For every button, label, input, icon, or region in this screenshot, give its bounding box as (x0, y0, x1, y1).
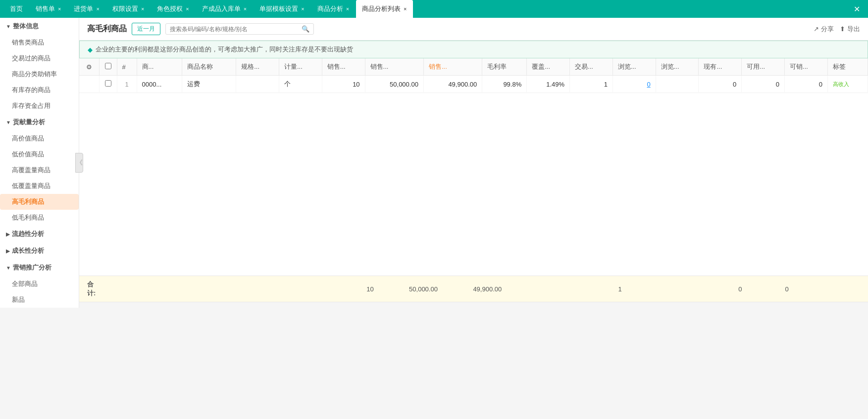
nav-analysis-list[interactable]: 商品分析列表 × (356, 0, 412, 18)
sidebar-item-high-margin[interactable]: 高毛利商品 (0, 194, 79, 210)
nav-purchase-label: 进货单 (74, 4, 93, 13)
search-wrapper: 🔍 (165, 23, 314, 35)
nav-permission[interactable]: 权限设置 × (106, 0, 150, 18)
nav-product-in-label: 产成品入库单 (202, 4, 241, 13)
nav-permission-label: 权限设置 (112, 4, 138, 13)
row-views2 (656, 76, 699, 93)
sidebar-item-stocked-goods[interactable]: 有库存的商品 (0, 82, 79, 98)
sidebar-item-high-value[interactable]: 高价值商品 (0, 131, 79, 146)
footer-sales-qty: 10 (334, 285, 378, 293)
sidebar-group-trend[interactable]: ▶ 流趋性分析 (0, 226, 79, 242)
nav-product-in[interactable]: 产成品入库单 × (196, 0, 253, 18)
sidebar-item-stock-capital[interactable]: 库存资金占用 (0, 98, 79, 114)
nav-purchase[interactable]: 进货单 × (68, 0, 105, 18)
bottom-scrollbar[interactable] (79, 302, 868, 308)
col-gear[interactable]: ⚙ (79, 58, 99, 76)
export-label: 导出 (847, 25, 860, 34)
col-check[interactable] (99, 58, 117, 76)
nav-template-label: 单据模板设置 (259, 4, 298, 13)
col-sales-amount-header[interactable]: 销售... (365, 58, 423, 76)
row-code: 0000... (137, 76, 182, 93)
col-current-stock-header[interactable]: 现有... (699, 58, 742, 76)
info-icon: ◆ (88, 46, 93, 53)
row-gross-margin: 99.8% (482, 76, 527, 93)
sidebar-group-contribution-label: 贡献量分析 (13, 118, 45, 127)
sidebar-item-traded-goods[interactable]: 交易过的商品 (0, 50, 79, 66)
nav-analysis[interactable]: 商品分析 × (311, 0, 355, 18)
nav-analysis-close[interactable]: × (346, 6, 349, 12)
col-spec-header[interactable]: 规格... (236, 58, 279, 76)
sidebar-item-new-goods[interactable]: 新品 (0, 292, 79, 308)
sidebar-group-marketing-label: 营销推广分析 (13, 263, 51, 272)
row-checkbox[interactable] (105, 80, 111, 87)
table-row: 1 0000... 运费 个 10 50,000.00 49,900.00 99… (79, 76, 868, 93)
table-wrapper: ⚙ # 商... 商品名称 规格... 计量... 销售... 销售... 销售… (79, 58, 868, 276)
sidebar-group-marketing[interactable]: ▼ 营销推广分析 (0, 259, 79, 276)
sidebar-group-marketing-arrow: ▼ (6, 265, 11, 271)
sidebar-collapse-button[interactable]: 《 (75, 153, 83, 173)
nav-sales-close[interactable]: × (58, 6, 61, 12)
nav-role[interactable]: 角色授权 × (151, 0, 195, 18)
row-sales-amount: 50,000.00 (365, 76, 423, 93)
sidebar-item-low-value[interactable]: 低价值商品 (0, 146, 79, 162)
nav-analysis-list-close[interactable]: × (404, 6, 407, 12)
nav-purchase-close[interactable]: × (96, 6, 99, 12)
col-gross-margin-header[interactable]: 毛利率 (482, 58, 527, 76)
row-name: 运费 (182, 76, 236, 93)
nav-role-close[interactable]: × (186, 6, 189, 12)
window-close-button[interactable]: ✕ (850, 4, 864, 14)
sidebar-item-all-goods[interactable]: 全部商品 (0, 276, 79, 292)
col-name-header[interactable]: 商品名称 (182, 58, 236, 76)
select-all-checkbox[interactable] (105, 63, 111, 69)
col-num-header: # (117, 58, 137, 76)
row-check[interactable] (99, 76, 117, 93)
sidebar-item-low-coverage[interactable]: 低覆盖量商品 (0, 178, 79, 194)
row-spec (236, 76, 279, 93)
footer-label: 合计: (87, 280, 102, 298)
row-gear (79, 76, 99, 93)
sidebar-item-low-margin[interactable]: 低毛利商品 (0, 210, 79, 226)
col-sales-profit-header[interactable]: 销售... (423, 58, 482, 76)
sidebar-item-high-coverage[interactable]: 高覆盖量商品 (0, 162, 79, 178)
time-filter-button[interactable]: 近一月 (132, 23, 160, 35)
col-code-header[interactable]: 商... (137, 58, 182, 76)
col-transactions-header[interactable]: 交易... (570, 58, 613, 76)
footer-transactions: 1 (582, 285, 627, 293)
nav-home[interactable]: 首页 (4, 0, 29, 18)
nav-analysis-label: 商品分析 (317, 4, 343, 13)
row-coverage: 1.49% (527, 76, 570, 93)
search-input[interactable] (170, 26, 302, 33)
export-icon: ⬆ (840, 25, 845, 33)
sidebar-group-growth[interactable]: ▶ 成长性分析 (0, 242, 79, 259)
row-sales-profit: 49,900.00 (423, 76, 482, 93)
nav-permission-close[interactable]: × (141, 6, 144, 12)
nav-analysis-list-label: 商品分析列表 (362, 4, 401, 13)
row-num: 1 (117, 76, 137, 93)
sidebar-item-sales-goods[interactable]: 销售类商品 (0, 35, 79, 50)
search-icon[interactable]: 🔍 (302, 25, 309, 33)
nav-template[interactable]: 单据模板设置 × (254, 0, 310, 18)
col-available-stock-header[interactable]: 可用... (742, 58, 785, 76)
sidebar-item-category-rate[interactable]: 商品分类助销率 (0, 66, 79, 82)
footer-sales-amount: 50,000.00 (381, 285, 443, 293)
export-button[interactable]: ⬆ 导出 (840, 25, 860, 34)
row-views1[interactable]: 0 (613, 76, 656, 93)
nav-sales-label: 销售单 (36, 4, 55, 13)
col-views1-header[interactable]: 浏览... (613, 58, 656, 76)
col-coverage-header[interactable]: 覆盖... (527, 58, 570, 76)
sidebar-group-contribution[interactable]: ▼ 贡献量分析 (0, 114, 79, 131)
nav-template-close[interactable]: × (301, 6, 304, 12)
col-sales-qty-header[interactable]: 销售... (322, 58, 365, 76)
col-sellable-header[interactable]: 可销... (785, 58, 828, 76)
nav-product-in-close[interactable]: × (244, 6, 247, 12)
sidebar-group-overall[interactable]: ▼ 整体信息 (0, 18, 79, 35)
col-tag-header[interactable]: 标签 (827, 58, 868, 76)
row-tag: 高收入 (827, 76, 868, 93)
share-button[interactable]: ↗ 分享 (814, 25, 834, 34)
top-nav: 首页 销售单 × 进货单 × 权限设置 × 角色授权 × 产成品入库单 × 单据… (0, 0, 868, 18)
info-text: 企业的主要的利润都是这部分商品创造的，可考虑加大推广，同时关注库存是不要出现缺货 (96, 45, 353, 54)
col-views2-header[interactable]: 浏览... (656, 58, 699, 76)
col-unit-header[interactable]: 计量... (279, 58, 322, 76)
sidebar-group-overall-label: 整体信息 (13, 22, 39, 31)
nav-sales[interactable]: 销售单 × (30, 0, 67, 18)
